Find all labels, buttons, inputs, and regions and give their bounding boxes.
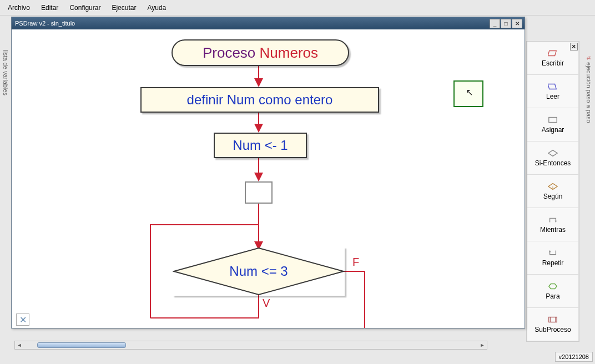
- while-icon: [548, 216, 558, 224]
- svg-marker-0: [548, 50, 556, 55]
- scroll-right-icon[interactable]: ►: [478, 341, 487, 349]
- node-placeholder[interactable]: [245, 181, 273, 204]
- minimize-button[interactable]: _: [490, 19, 500, 28]
- repeat-icon: [548, 249, 558, 257]
- tool-segun[interactable]: Según: [527, 175, 579, 208]
- tool-label: Mientras: [540, 226, 566, 234]
- tool-subproceso[interactable]: SubProceso: [527, 308, 579, 341]
- tool-label: Escribir: [542, 59, 564, 67]
- if-icon: [548, 149, 558, 157]
- scroll-thumb[interactable]: [37, 342, 126, 348]
- tool-repetir[interactable]: Repetir: [527, 241, 579, 275]
- tool-mientras[interactable]: Mientras: [527, 208, 579, 241]
- diagram-window: PSDraw v2 - sin_titulo _ □ ✕: [11, 17, 525, 328]
- tool-para[interactable]: Para: [527, 275, 579, 308]
- label-true: V: [263, 297, 270, 310]
- switch-icon: [548, 183, 558, 190]
- menu-archivo[interactable]: Archivo: [2, 2, 36, 14]
- status-version: v20121208: [555, 352, 593, 362]
- svg-marker-1: [548, 84, 556, 89]
- tool-label: Según: [543, 193, 563, 200]
- sidebar-left-tab[interactable]: lista de variables: [2, 50, 9, 95]
- maximize-button[interactable]: □: [501, 19, 511, 28]
- tool-asignar[interactable]: Asignar: [527, 108, 579, 141]
- palette-close-icon[interactable]: ✕: [570, 43, 578, 50]
- assign-icon: [548, 116, 558, 124]
- menu-editar[interactable]: Editar: [36, 2, 64, 14]
- node-decision[interactable]: Num <= 3: [173, 247, 345, 296]
- window-titlebar[interactable]: PSDraw v2 - sin_titulo _ □ ✕: [12, 17, 525, 29]
- sidebar-right-tab[interactable]: ↯ ejecución paso a paso: [586, 55, 593, 123]
- scroll-left-icon[interactable]: ◄: [15, 341, 24, 349]
- svg-marker-8: [549, 284, 557, 289]
- svg-marker-7: [549, 250, 551, 252]
- cursor-icon: ↖: [466, 87, 473, 98]
- tool-label: Para: [546, 292, 559, 300]
- window-title: PSDraw v2 - sin_titulo: [14, 20, 489, 27]
- tool-si-entonces[interactable]: Si-Entonces: [527, 141, 579, 175]
- flowchart-canvas[interactable]: Proceso Numeros definir Num como entero …: [12, 29, 525, 328]
- read-icon: [548, 83, 558, 90]
- for-icon: [548, 282, 558, 290]
- menu-ayuda[interactable]: Ayuda: [142, 2, 172, 14]
- selection-box[interactable]: ↖: [453, 80, 483, 107]
- node-terminal-start[interactable]: Proceso Numeros: [172, 39, 349, 66]
- sidebar-right-label: ejecución paso a paso: [586, 62, 592, 123]
- tool-label: Repetir: [542, 259, 564, 267]
- svg-rect-9: [549, 317, 557, 322]
- node-assign[interactable]: Num <- 1: [214, 133, 307, 158]
- tool-leer[interactable]: Leer: [527, 75, 579, 108]
- tool-label: Leer: [546, 93, 559, 100]
- subproc-icon: [548, 316, 558, 323]
- node-define[interactable]: definir Num como entero: [140, 87, 379, 113]
- svg-marker-6: [555, 220, 557, 222]
- close-button[interactable]: ✕: [512, 19, 522, 28]
- terminal-process-name: Numeros: [260, 44, 318, 62]
- tool-label: SubProceso: [535, 326, 571, 333]
- panel-close-icon[interactable]: ✕: [16, 314, 29, 326]
- horizontal-scrollbar[interactable]: ◄ ►: [14, 341, 487, 350]
- menu-configurar[interactable]: Configurar: [64, 2, 106, 14]
- menu-ejecutar[interactable]: Ejecutar: [106, 2, 142, 14]
- svg-rect-2: [549, 117, 557, 122]
- decision-text: Num <= 3: [173, 247, 345, 296]
- tool-label: Si-Entonces: [535, 159, 571, 167]
- write-icon: [548, 49, 558, 57]
- step-exec-icon: ↯: [586, 55, 592, 60]
- menubar: Archivo Editar Configurar Ejecutar Ayuda: [0, 0, 595, 16]
- label-false: F: [352, 256, 359, 269]
- tool-palette: ✕ Escribir Leer Asignar Si-Entonces Segú…: [526, 41, 579, 342]
- tool-label: Asignar: [542, 126, 564, 134]
- terminal-keyword: Proceso: [203, 44, 260, 62]
- svg-marker-3: [548, 150, 557, 156]
